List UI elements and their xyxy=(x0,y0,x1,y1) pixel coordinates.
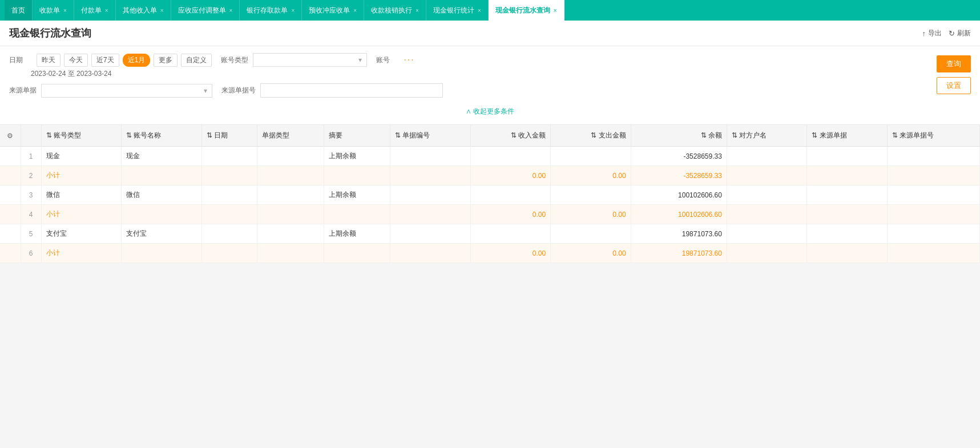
source-doc-num-filter-group: 来源单据号 xyxy=(221,83,443,98)
date-filter-group: 日期 昨天 今天 近7天 近1月 更多 自定义 xyxy=(9,54,212,67)
nav-tab-payment[interactable]: 付款单 × xyxy=(74,0,116,21)
col-source-doc[interactable]: ⇅ 来源单据 xyxy=(807,125,888,147)
account-type-filter-group: 账号类型 ▾ xyxy=(221,53,367,67)
nav-tab-home[interactable]: 首页 xyxy=(5,0,33,21)
col-summary-label: 摘要 xyxy=(329,131,342,139)
other-income-tab-close[interactable]: × xyxy=(160,7,164,14)
cell-row-num: 3 xyxy=(21,185,41,205)
date-options: 昨天 今天 近7天 近1月 更多 自定义 xyxy=(37,54,212,67)
cell-gear xyxy=(0,244,21,263)
nav-tab-other-income[interactable]: 其他收入单 × xyxy=(116,0,171,21)
data-table: ⚙ ⇅ 账号类型 ⇅ 账号名称 ⇅ 日期 单据类型 摘要 xyxy=(0,125,980,263)
cell-counterparty xyxy=(727,205,807,224)
refresh-button[interactable]: ↻ 刷新 xyxy=(949,29,971,38)
date-btn-more[interactable]: 更多 xyxy=(154,54,178,67)
date-btn-7days[interactable]: 近7天 xyxy=(91,54,119,67)
cell-counterparty xyxy=(727,147,807,166)
export-label: 导出 xyxy=(928,29,942,38)
refresh-icon: ↻ xyxy=(949,29,955,38)
table-row[interactable]: 2 小计 0.00 0.00 -3528659.33 xyxy=(0,166,980,185)
col-balance[interactable]: ⇅ 余额 xyxy=(631,125,727,147)
bank-deposit-tab-label: 银行存取款单 xyxy=(247,6,288,15)
cell-source-doc-no xyxy=(887,244,979,263)
cell-account-type: 小计 xyxy=(41,205,122,224)
nav-tab-verify[interactable]: 收款核销执行 × xyxy=(364,0,426,21)
verify-tab-close[interactable]: × xyxy=(416,7,419,14)
account-type-label: 账号类型 xyxy=(221,55,248,65)
table-row[interactable]: 4 小计 0.00 0.00 100102606.60 xyxy=(0,205,980,224)
adjust-tab-close[interactable]: × xyxy=(229,7,233,14)
col-expense[interactable]: ⇅ 支出金额 xyxy=(551,125,631,147)
gear-settings-icon[interactable]: ⚙ xyxy=(7,132,13,140)
right-action-buttons: 查询 设置 xyxy=(937,53,971,94)
col-doc-no-label: ⇅ 单据编号 xyxy=(395,131,430,139)
cell-row-num: 1 xyxy=(21,147,41,166)
nav-tab-receipt[interactable]: 收款单 × xyxy=(33,0,74,21)
date-btn-today[interactable]: 今天 xyxy=(64,54,88,67)
account-type-select[interactable]: ▾ xyxy=(253,53,367,67)
cell-row-num: 6 xyxy=(21,244,41,263)
date-label: 日期 xyxy=(9,55,32,65)
date-btn-yesterday[interactable]: 昨天 xyxy=(37,54,61,67)
page-header: 现金银行流水查询 ↑ 导出 ↻ 刷新 xyxy=(0,21,980,46)
cell-expense xyxy=(551,185,631,205)
advance-tab-label: 预收冲应收单 xyxy=(309,6,350,15)
advance-tab-close[interactable]: × xyxy=(353,7,357,14)
cell-income xyxy=(470,147,551,166)
col-source-doc-no[interactable]: ⇅ 来源单据号 xyxy=(887,125,979,147)
collapse-bar[interactable]: ∧ 收起更多条件 xyxy=(9,103,971,118)
col-doc-no[interactable]: ⇅ 单据编号 xyxy=(390,125,471,147)
col-account-type[interactable]: ⇅ 账号类型 xyxy=(41,125,122,147)
nav-tab-advance[interactable]: 预收冲应收单 × xyxy=(302,0,364,21)
date-btn-custom[interactable]: 自定义 xyxy=(181,54,212,67)
source-doc-select[interactable]: ▾ xyxy=(41,84,212,98)
page-title: 现金银行流水查询 xyxy=(9,26,91,40)
cell-expense: 0.00 xyxy=(551,244,631,263)
cell-date xyxy=(201,185,257,205)
col-date[interactable]: ⇅ 日期 xyxy=(201,125,257,147)
nav-tab-bank-deposit[interactable]: 银行存取款单 × xyxy=(240,0,302,21)
cell-doc-no xyxy=(390,205,471,224)
source-doc-num-input[interactable] xyxy=(260,83,443,98)
cell-counterparty xyxy=(727,244,807,263)
payment-tab-label: 付款单 xyxy=(81,6,102,15)
col-account-name[interactable]: ⇅ 账号名称 xyxy=(122,125,202,147)
nav-tab-flow-query[interactable]: 现金银行流水查询 × xyxy=(489,0,564,21)
stats-tab-close[interactable]: × xyxy=(478,7,481,14)
collapse-label: 收起更多条件 xyxy=(473,107,514,115)
setting-button[interactable]: 设置 xyxy=(937,77,971,94)
export-button[interactable]: ↑ 导出 xyxy=(922,29,942,38)
cell-income xyxy=(470,185,551,205)
cell-source-doc-no xyxy=(887,147,979,166)
nav-tab-stats[interactable]: 现金银行统计 × xyxy=(426,0,489,21)
table-row[interactable]: 6 小计 0.00 0.00 19871073.60 xyxy=(0,244,980,263)
cell-account-type: 小计 xyxy=(41,244,122,263)
cell-expense: 0.00 xyxy=(551,166,631,185)
col-income[interactable]: ⇅ 收入金额 xyxy=(470,125,551,147)
cell-income xyxy=(470,224,551,244)
filter-area: 日期 昨天 今天 近7天 近1月 更多 自定义 账号类型 ▾ xyxy=(0,46,980,125)
col-gear[interactable]: ⚙ xyxy=(0,125,21,147)
query-button[interactable]: 查询 xyxy=(937,55,971,72)
col-counterparty[interactable]: ⇅ 对方户名 xyxy=(727,125,807,147)
bank-deposit-tab-close[interactable]: × xyxy=(291,7,295,14)
col-row-num xyxy=(21,125,41,147)
account-more-button[interactable]: ··· xyxy=(404,55,414,65)
cell-source-doc-no xyxy=(887,166,979,185)
table-row[interactable]: 3 微信 微信 上期余额 100102606.60 xyxy=(0,185,980,205)
cell-income: 0.00 xyxy=(470,205,551,224)
table-row[interactable]: 5 支付宝 支付宝 上期余额 19871073.60 xyxy=(0,224,980,244)
flow-query-tab-close[interactable]: × xyxy=(554,7,557,14)
source-doc-label: 来源单据 xyxy=(9,86,37,95)
nav-tab-adjust[interactable]: 应收应付调整单 × xyxy=(171,0,240,21)
cell-account-type: 小计 xyxy=(41,166,122,185)
cell-source-doc xyxy=(807,147,888,166)
table-row[interactable]: 1 现金 现金 上期余额 -3528659.33 xyxy=(0,147,980,166)
payment-tab-close[interactable]: × xyxy=(105,7,108,14)
cell-doc-no xyxy=(390,147,471,166)
stats-tab-label: 现金银行统计 xyxy=(433,6,474,15)
cell-counterparty xyxy=(727,224,807,244)
date-btn-1month[interactable]: 近1月 xyxy=(123,54,151,67)
receipt-tab-close[interactable]: × xyxy=(63,7,67,14)
cell-row-num: 5 xyxy=(21,224,41,244)
